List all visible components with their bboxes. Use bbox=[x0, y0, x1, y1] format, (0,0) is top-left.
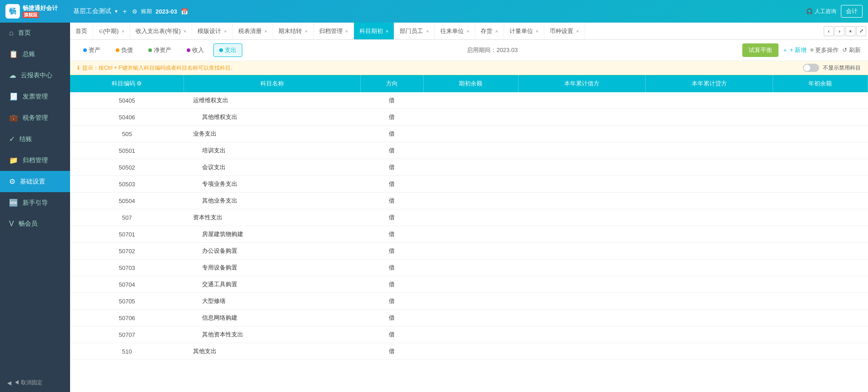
tab-dept-staff[interactable]: 部门员工 × bbox=[394, 23, 434, 39]
tab-template[interactable]: 模版设计 × bbox=[192, 23, 232, 39]
table-row[interactable]: 50702 办公设备购置 借 bbox=[70, 243, 868, 260]
tab-intermediate-close[interactable]: × bbox=[122, 28, 124, 34]
tab-income-annual-close[interactable]: × bbox=[184, 28, 186, 34]
tab-inventory-close[interactable]: × bbox=[495, 28, 498, 34]
cell-opening bbox=[423, 159, 518, 176]
cell-opening bbox=[423, 293, 518, 310]
sidebar-item-settle[interactable]: ✓ 结账 bbox=[0, 128, 70, 150]
company-dropdown-icon[interactable]: ▾ bbox=[115, 8, 118, 14]
sidebar-item-home[interactable]: ⌂ 首页 bbox=[0, 23, 70, 43]
calendar-icon[interactable]: 📅 bbox=[181, 8, 188, 15]
tab-inventory[interactable]: 存货 × bbox=[475, 23, 504, 39]
balance-btn[interactable]: 试算平衡 bbox=[742, 43, 778, 57]
tab-currency[interactable]: 币种设置 × bbox=[544, 23, 585, 39]
filter-expenditure[interactable]: 支出 bbox=[213, 43, 242, 57]
sidebar-item-report[interactable]: ☁ 云报表中心 bbox=[0, 65, 70, 86]
tab-dept-staff-close[interactable]: × bbox=[426, 28, 429, 34]
filter-income[interactable]: 收入 bbox=[181, 43, 210, 57]
tab-business-unit[interactable]: 往来单位 × bbox=[435, 23, 475, 39]
table-row[interactable]: 50707 其他资本性支出 借 bbox=[70, 326, 868, 343]
tab-template-close[interactable]: × bbox=[224, 28, 226, 34]
cell-opening bbox=[423, 109, 518, 126]
assets-dot bbox=[83, 48, 87, 52]
income-dot bbox=[187, 48, 190, 52]
tab-business-unit-close[interactable]: × bbox=[467, 28, 469, 34]
cell-opening bbox=[423, 243, 518, 260]
column-settings-icon[interactable]: ⚙ bbox=[137, 80, 142, 87]
sidebar-item-guide[interactable]: 🆕 新手引导 bbox=[0, 192, 70, 213]
table-row[interactable]: 50502 会议支出 借 bbox=[70, 159, 868, 176]
tab-archive[interactable]: 归档管理 × bbox=[314, 23, 354, 39]
sidebar-item-tax[interactable]: 💼 税务管理 bbox=[0, 107, 70, 128]
tab-tax-clear-close[interactable]: × bbox=[264, 28, 267, 34]
tab-subject-init-close[interactable]: × bbox=[386, 28, 388, 34]
table-row[interactable]: 505 业务支出 借 bbox=[70, 126, 868, 142]
table-row[interactable]: 50701 房屋建筑物购建 借 bbox=[70, 226, 868, 243]
tab-tax-clear[interactable]: 税表清册 × bbox=[233, 23, 273, 39]
settings-icon[interactable]: ⚙ bbox=[132, 8, 137, 15]
filter-net-assets[interactable]: 净资产 bbox=[142, 43, 177, 57]
cell-opening bbox=[423, 343, 518, 360]
tab-scroll-left[interactable]: ‹ bbox=[824, 26, 834, 36]
cell-opening bbox=[423, 276, 518, 293]
add-company-btn[interactable]: ＋ bbox=[121, 7, 128, 16]
help-btn[interactable]: 🎧 人工咨询 bbox=[806, 8, 836, 15]
tab-dept-staff-label: 部门员工 bbox=[400, 27, 423, 35]
cell-code: 507 bbox=[70, 209, 184, 226]
table-row[interactable]: 50504 其他业务支出 借 bbox=[70, 193, 868, 209]
tab-period-end[interactable]: 期末结转 × bbox=[273, 23, 313, 39]
cell-opening bbox=[423, 326, 518, 343]
sidebar-item-archive[interactable]: 📁 归档管理 bbox=[0, 150, 70, 171]
tab-home[interactable]: 首页 bbox=[70, 23, 93, 39]
sidebar-item-basic[interactable]: ⚙ 基础设置 bbox=[0, 171, 70, 192]
tab-archive-close[interactable]: × bbox=[345, 28, 348, 34]
add-btn[interactable]: ＋ + 新增 bbox=[782, 46, 807, 54]
collapse-sidebar-btn[interactable]: ◀ ◀ 取消固定 bbox=[0, 373, 70, 392]
tab-subject-init[interactable]: 科目期初 × bbox=[354, 23, 394, 39]
cell-ytd-debit bbox=[519, 126, 646, 142]
cell-code: 505 bbox=[70, 126, 184, 142]
disable-toggle[interactable] bbox=[803, 64, 819, 72]
cell-code: 50701 bbox=[70, 226, 184, 243]
table-row[interactable]: 507 资本性支出 借 bbox=[70, 209, 868, 226]
cell-name: 其他资本性支出 bbox=[184, 326, 361, 343]
table-row[interactable]: 50503 专项业务支出 借 bbox=[70, 176, 868, 193]
table-container: 科目编码 ⚙ 科目名称 方向 期初余额 本年累计借方 本年累计贷方 年初余额 5… bbox=[70, 75, 868, 392]
table-row[interactable]: 50501 培训支出 借 bbox=[70, 142, 868, 159]
tab-scroll-right[interactable]: › bbox=[835, 26, 844, 36]
refresh-btn[interactable]: ↺ 刷新 bbox=[842, 46, 861, 54]
sidebar-item-invoice[interactable]: 🧾 发票管理 bbox=[0, 86, 70, 107]
sidebar-item-member[interactable]: V 畅会员 bbox=[0, 213, 70, 234]
tab-home-label: 首页 bbox=[75, 27, 87, 35]
more-btn[interactable]: ≡ 更多操作 bbox=[810, 46, 839, 54]
table-header-row: 科目编码 ⚙ 科目名称 方向 期初余额 本年累计借方 本年累计贷方 年初余额 bbox=[70, 75, 868, 92]
expenditure-dot bbox=[219, 48, 223, 52]
table-row[interactable]: 50406 其他维权支出 借 bbox=[70, 109, 868, 126]
tab-income-annual[interactable]: 收入支出表(年报) × bbox=[130, 23, 192, 39]
filter-liabilities[interactable]: 负债 bbox=[110, 43, 139, 57]
filter-assets[interactable]: 资产 bbox=[77, 43, 106, 57]
tab-measure-unit-close[interactable]: × bbox=[536, 28, 538, 34]
table-row[interactable]: 50704 交通工具购置 借 bbox=[70, 276, 868, 293]
account-btn[interactable]: 会计 bbox=[841, 5, 863, 18]
tab-measure-unit[interactable]: 计量单位 × bbox=[504, 23, 544, 39]
more-label: 更多操作 bbox=[815, 47, 839, 53]
period-label: 账期 bbox=[141, 8, 152, 15]
table-row[interactable]: 50405 运维维权支出 借 bbox=[70, 92, 868, 109]
tab-currency-close[interactable]: × bbox=[576, 28, 579, 34]
cell-ytd-credit bbox=[646, 193, 773, 209]
home-icon: ⌂ bbox=[9, 29, 14, 37]
tab-intermediate[interactable]: ∈(中期) × bbox=[93, 23, 130, 39]
tab-close-all[interactable]: × bbox=[845, 26, 855, 36]
cell-code: 50706 bbox=[70, 310, 184, 326]
tab-expand[interactable]: ⤢ bbox=[856, 26, 866, 36]
cell-opening bbox=[423, 226, 518, 243]
table-row[interactable]: 50703 专用设备购置 借 bbox=[70, 260, 868, 276]
cell-ytd-debit bbox=[519, 159, 646, 176]
tab-measure-unit-label: 计量单位 bbox=[509, 27, 533, 35]
table-row[interactable]: 50706 信息网络购建 借 bbox=[70, 310, 868, 326]
table-row[interactable]: 50705 大型修缮 借 bbox=[70, 293, 868, 310]
table-row[interactable]: 510 其他支出 借 bbox=[70, 343, 868, 360]
sidebar-item-ledger[interactable]: 📋 总账 bbox=[0, 43, 70, 65]
tab-period-end-close[interactable]: × bbox=[305, 28, 307, 34]
